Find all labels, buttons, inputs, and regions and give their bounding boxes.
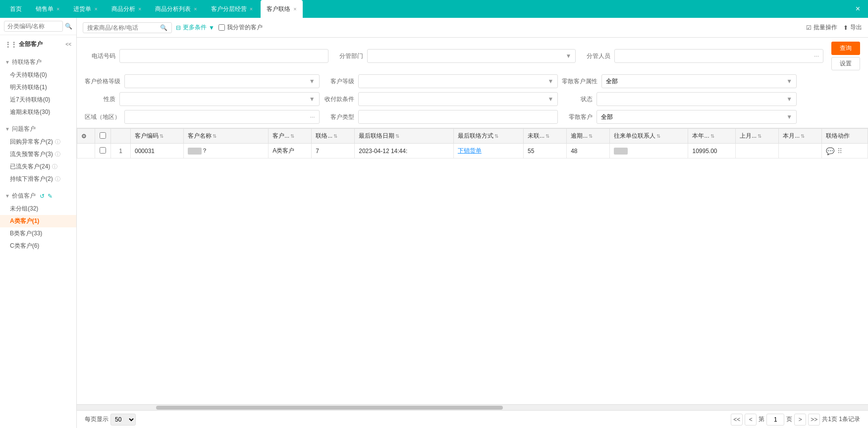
sidebar-search-input[interactable] [4,21,63,32]
filter-nature-select[interactable]: ▼ [119,92,320,106]
col-checkbox[interactable] [95,129,111,144]
pending-contact-label[interactable]: ▼ 待联络客户 [0,55,76,69]
sidebar-item-continuous-decline[interactable]: 持续下滑客户(2) ⓘ [0,173,76,185]
page-size-select[interactable]: 50 100 200 [110,414,136,426]
collapse-icon[interactable]: << [65,42,71,47]
row-name: ？ [183,144,268,159]
all-customers-header[interactable]: ⋮⋮ 全部客户 << [0,37,76,52]
page-prev-btn[interactable]: < [745,414,757,426]
setting-btn[interactable]: 设置 [831,57,860,70]
tab-goods-analysis-list[interactable]: 商品分析列表 × [149,0,203,18]
filter-region-input[interactable]: ··· [124,110,320,124]
col-overdue[interactable]: 逾期... ⇅ [567,129,610,144]
col-this-year[interactable]: 本年... ⇅ [688,129,736,144]
col-last-contact-method[interactable]: 最后联络方式 ⇅ [453,129,523,144]
row-this-year: 10995.00 [688,144,736,159]
export-btn[interactable]: ⬆ 导出 [843,23,862,32]
sidebar-item-repeat-abnormal[interactable]: 回购异常客户(2) ⓘ [0,136,76,148]
sidebar-item-class-c[interactable]: C类客户(6) [0,240,76,252]
select-all-checkbox[interactable] [100,132,106,139]
close-tab-goods-analysis-list[interactable]: × [194,6,197,12]
sidebar-item-churned[interactable]: 已流失客户(24) ⓘ [0,160,76,173]
tab-home[interactable]: 首页 [4,0,28,18]
chat-icon[interactable]: 💬 [826,147,834,155]
filter-price-label: 客户价格等级 [85,77,124,86]
filter-btn[interactable]: ⊟ 更多条件 ▼ [176,23,215,32]
filter-retail-select[interactable]: 全部 ▼ [597,110,797,124]
col-no-contact[interactable]: 未联... ⇅ [524,129,567,144]
close-tab-customer-contact[interactable]: × [293,6,296,12]
sidebar-item-ungrouped[interactable]: 未分组(32) [0,203,76,215]
sidebar-item-churn-risk[interactable]: 流失预警客户(3) ⓘ [0,148,76,160]
filter-price-select[interactable]: ▼ [124,74,320,88]
search-input[interactable] [87,24,160,31]
col-contact[interactable]: 联络... ⇅ [312,129,355,144]
refresh-icon[interactable]: ↺ [40,193,45,200]
edit-icon[interactable]: ✎ [48,193,53,200]
tab-purchase[interactable]: 进货单 × [67,0,103,18]
my-customer-checkbox-label[interactable]: 我分管的客户 [218,23,263,32]
col-company-contact[interactable]: 往来单位联系人 ⇅ [610,129,688,144]
filter-person-label: 分管人员 [580,52,614,60]
filter-phone-input[interactable] [119,49,328,63]
filter-customer-type-input[interactable] [358,110,558,124]
col-settings[interactable]: ⚙ [77,129,95,144]
value-customers-label[interactable]: ▼ 价值客户 ↺ ✎ [0,189,76,203]
sidebar: 🔍 ⋮⋮ 全部客户 << ▼ 待联络客户 今天待联络(0) 明天待联络(1) 近… [0,18,77,428]
qr-icon[interactable]: ⠿ [837,147,842,155]
filter-retail-attr-select[interactable]: 全部 ▼ [601,74,797,88]
sidebar-item-overdue[interactable]: 逾期未联络(30) [0,106,76,118]
table-header-row: ⚙ 客户编码 ⇅ 客户名称 [77,129,868,144]
filter-phone: 电话号码 [85,49,328,63]
my-customer-checkbox[interactable] [218,24,225,31]
filter-payment-select[interactable]: ▼ [358,92,558,106]
sidebar-item-today[interactable]: 今天待联络(0) [0,69,76,81]
row-select-checkbox[interactable] [100,147,106,154]
batch-operation-btn[interactable]: ☑ 批量操作 [806,23,837,32]
tab-sales[interactable]: 销售单 × [30,0,65,18]
page-next-btn[interactable]: > [794,414,806,426]
tab-customer-segment[interactable]: 客户分层经营 × [205,0,259,18]
scrollbar-thumb[interactable] [156,406,503,410]
sidebar-item-week[interactable]: 近7天待联络(0) [0,94,76,106]
filter-customer-level-select[interactable]: ▼ [358,74,558,88]
info-icon-1: ⓘ [55,138,60,146]
col-action: 联络动作 [822,129,868,144]
page-first-btn[interactable]: << [731,414,743,426]
page-number-input[interactable] [766,414,784,426]
filter-dept-select[interactable]: ▼ [367,49,576,63]
row-checkbox[interactable] [95,144,111,159]
close-window-btn[interactable]: × [852,4,864,13]
col-last-month[interactable]: 上月... ⇅ [736,129,779,144]
close-tab-customer-segment[interactable]: × [250,6,253,12]
col-type[interactable]: 客户... ⇅ [269,129,312,144]
col-name[interactable]: 客户名称 ⇅ [183,129,268,144]
col-code[interactable]: 客户编码 ⇅ [131,129,184,144]
search-icon[interactable]: 🔍 [160,24,167,31]
filter-payment: 收付款条件 ▼ [324,92,558,106]
page-last-btn[interactable]: >> [808,414,820,426]
close-tab-goods-analysis[interactable]: × [138,6,141,12]
filter-person-input[interactable]: ··· [614,49,823,63]
filter-region-label: 区域（地区） [85,113,124,121]
sidebar-item-class-b[interactable]: B类客户(33) [0,227,76,240]
page-nav: << < 第 页 > >> 共1页 1条记录 [731,414,860,426]
sidebar-item-tomorrow[interactable]: 明天待联络(1) [0,81,76,94]
problem-customers-label[interactable]: ▼ 问题客户 [0,122,76,136]
sidebar-item-class-a[interactable]: A类客户(1) [0,215,76,227]
close-tab-sales[interactable]: × [56,6,59,12]
sort-icon-company: ⇅ [656,133,660,139]
sidebar-search-icon[interactable]: 🔍 [65,23,72,30]
query-btn[interactable]: 查询 [831,42,860,55]
tab-goods-analysis[interactable]: 商品分析 × [106,0,147,18]
close-tab-purchase[interactable]: × [94,6,97,12]
filter-status-select[interactable]: ▼ [597,92,797,106]
col-last-contact-date[interactable]: 最后联络日期 ⇅ [355,129,454,144]
row-settings [77,144,95,159]
last-contact-link[interactable]: 下销货单 [458,147,482,154]
horizontal-scrollbar[interactable] [77,404,868,410]
col-this-month[interactable]: 本月... ⇅ [779,129,822,144]
tab-customer-contact[interactable]: 客户联络 × [261,0,302,18]
filter-status: 状态 ▼ [562,92,797,106]
info-icon-4: ⓘ [55,175,60,183]
